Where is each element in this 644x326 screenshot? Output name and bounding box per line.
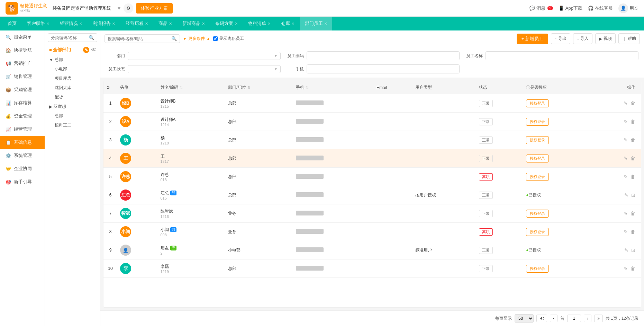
sidebar-item-operations[interactable]: 📈 经营管理 bbox=[0, 123, 45, 136]
delete-icon-1[interactable]: 🗑 bbox=[631, 100, 635, 106]
edit-icon-6[interactable]: ✎ bbox=[624, 192, 628, 198]
sidebar-item-guide[interactable]: 🎯 新手引导 bbox=[0, 175, 45, 188]
edit-icon-8[interactable]: ✎ bbox=[624, 229, 628, 235]
delete-icon-5[interactable]: 🗑 bbox=[631, 174, 635, 179]
auth-btn-1[interactable]: 授权登录 bbox=[526, 99, 549, 107]
tab-history[interactable]: 经营历程✕ bbox=[121, 17, 153, 30]
delete-icon-3[interactable]: 🗑 bbox=[631, 137, 635, 143]
online-service-btn[interactable]: 🎧 在线客服 bbox=[588, 5, 613, 11]
search-submit-icon[interactable]: 🔍 bbox=[171, 36, 177, 41]
search-input[interactable] bbox=[108, 36, 170, 41]
last-page-btn[interactable]: » bbox=[594, 315, 603, 322]
filter-empstatus-select[interactable]: ▼ bbox=[128, 65, 281, 73]
sidebar-item-basic[interactable]: 📋 基础信息 bbox=[0, 136, 45, 149]
tab-home[interactable]: 首页 bbox=[3, 17, 21, 30]
sidebar-item-search[interactable]: 🔍 搜索菜单 bbox=[0, 30, 45, 44]
delete-icon-4[interactable]: 🗑 bbox=[631, 156, 635, 161]
view-btn[interactable]: ▶ 视频 bbox=[595, 33, 616, 44]
dropdown-icon[interactable]: ▼ bbox=[117, 6, 121, 11]
copy-icon-6[interactable]: ⊡ bbox=[631, 192, 635, 198]
trial-btn[interactable]: 体验行业方案 bbox=[136, 3, 173, 14]
edit-icon-10[interactable]: ✎ bbox=[624, 266, 628, 271]
user-avatar[interactable]: 👤 用友 bbox=[618, 3, 638, 13]
tab-employees[interactable]: 部门员工✕ bbox=[300, 17, 332, 30]
edit-icon-7[interactable]: ✎ bbox=[624, 211, 628, 216]
dept-collapse-icon[interactable]: ≪ bbox=[91, 47, 96, 53]
close-barcode-icon[interactable]: ✕ bbox=[235, 21, 238, 26]
show-resigned-checkbox[interactable]: 显示离职员工 bbox=[213, 36, 244, 42]
auth-btn-10[interactable]: 授权登录 bbox=[526, 265, 549, 273]
filter-phone-input[interactable] bbox=[307, 64, 460, 73]
search-box[interactable]: 🔍 bbox=[105, 34, 180, 43]
dept-search-box[interactable]: 🔍 bbox=[48, 33, 97, 42]
auth-btn-3[interactable]: 授权登录 bbox=[526, 136, 549, 144]
auth-btn-8[interactable]: 授权登录 bbox=[526, 228, 549, 236]
more-filter-btn[interactable]: ▼ 更多条件 ▲ bbox=[183, 36, 210, 42]
tab-new-product[interactable]: 新增商品✕ bbox=[178, 17, 210, 30]
settings-icon[interactable]: ⚙ bbox=[124, 3, 133, 13]
sidebar-item-finance[interactable]: 💰 资金管理 bbox=[0, 109, 45, 123]
export-btn[interactable]: ↑ 导出 bbox=[551, 33, 570, 44]
auth-btn-2[interactable]: 授权登录 bbox=[526, 118, 549, 126]
edit-icon-1[interactable]: ✎ bbox=[624, 100, 628, 106]
delete-icon-10[interactable]: 🗑 bbox=[631, 266, 635, 271]
close-bom-icon[interactable]: ✕ bbox=[267, 21, 271, 26]
add-employee-btn[interactable]: + 新增员工 bbox=[517, 34, 548, 44]
sidebar-item-inventory[interactable]: 📊 库存核算 bbox=[0, 96, 45, 109]
col-phone[interactable]: 手机 ⇅ bbox=[293, 81, 374, 94]
auth-btn-7[interactable]: 授权登录 bbox=[526, 210, 549, 218]
prev-page-btn[interactable]: ‹ bbox=[550, 315, 557, 322]
filter-empcode-input[interactable] bbox=[307, 51, 460, 60]
dept-child-peihuo[interactable]: 配货 bbox=[48, 92, 97, 102]
import-btn[interactable]: ↓ 导入 bbox=[573, 33, 592, 44]
tab-barcode[interactable]: 条码方案✕ bbox=[210, 17, 243, 30]
dept-child-xiangmukufang[interactable]: 项目库房 bbox=[48, 74, 97, 83]
copy-icon-9[interactable]: ⊡ bbox=[631, 247, 635, 253]
dept-node-zhishu[interactable]: 植树王二 bbox=[48, 121, 97, 130]
message-btn[interactable]: 💬 消息 5 bbox=[529, 5, 553, 11]
edit-icon-3[interactable]: ✎ bbox=[624, 137, 628, 143]
auth-btn-4[interactable]: 授权登录 bbox=[526, 155, 549, 162]
sidebar-item-system[interactable]: ⚙️ 系统管理 bbox=[0, 149, 45, 162]
edit-icon-5[interactable]: ✎ bbox=[624, 174, 628, 179]
col-name-code[interactable]: 姓名/编码 ⇅ bbox=[158, 81, 226, 94]
close-new-product-icon[interactable]: ✕ bbox=[202, 21, 205, 26]
sidebar-item-sales[interactable]: 🛒 销售管理 bbox=[0, 70, 45, 83]
filter-dept-select[interactable]: ▼ bbox=[128, 52, 281, 60]
edit-icon-2[interactable]: ✎ bbox=[624, 119, 628, 124]
close-warehouse-icon[interactable]: ✕ bbox=[291, 21, 294, 26]
dept-child-xiaodianbu[interactable]: 小电部 bbox=[48, 64, 97, 74]
tab-customer[interactable]: 客户联络✕ bbox=[22, 17, 54, 30]
close-history-icon[interactable]: ✕ bbox=[145, 21, 148, 26]
tab-bom[interactable]: 物料清单✕ bbox=[243, 17, 275, 30]
delete-icon-2[interactable]: 🗑 bbox=[631, 119, 635, 124]
tab-profit[interactable]: 利润报告✕ bbox=[88, 17, 120, 30]
delete-icon-8[interactable]: 🗑 bbox=[631, 229, 635, 235]
tab-warehouse[interactable]: 仓库✕ bbox=[276, 17, 299, 30]
filter-empname-input[interactable] bbox=[486, 51, 638, 60]
sidebar-item-purchase[interactable]: 📦 采购管理 bbox=[0, 83, 45, 96]
sidebar-item-collab[interactable]: 🤝 企业协同 bbox=[0, 162, 45, 175]
dept-node-zonbu2[interactable]: 总部 bbox=[48, 111, 97, 121]
dept-child-shenyangdaku[interactable]: 沈阳大库 bbox=[48, 83, 97, 92]
help-btn[interactable]: ｜ 帮助 bbox=[618, 33, 640, 44]
close-profit-icon[interactable]: ✕ bbox=[112, 21, 115, 26]
tab-operations[interactable]: 经营情况✕ bbox=[55, 17, 87, 30]
page-size-select[interactable]: 50 20 100 bbox=[515, 314, 534, 323]
next-page-btn[interactable]: › bbox=[584, 315, 591, 322]
col-settings[interactable]: ⚙ bbox=[103, 81, 117, 94]
close-products-icon[interactable]: ✕ bbox=[169, 21, 172, 26]
sidebar-item-quicknav[interactable]: 🏠 快捷导航 bbox=[0, 44, 45, 57]
sidebar-item-marketing[interactable]: 📢 营销推广 bbox=[0, 57, 45, 70]
edit-icon-9[interactable]: ✎ bbox=[624, 247, 628, 253]
first-page-btn[interactable]: ≪ bbox=[536, 315, 547, 322]
delete-icon-7[interactable]: 🗑 bbox=[631, 211, 635, 216]
page-number-input[interactable] bbox=[567, 315, 581, 322]
edit-icon-4[interactable]: ✎ bbox=[624, 156, 628, 161]
close-employees-icon[interactable]: ✕ bbox=[324, 21, 327, 26]
dept-parent-zonbu[interactable]: ▼ 总部 bbox=[48, 55, 97, 64]
dept-parent-shuanglu[interactable]: ▶ 双鹿想 bbox=[48, 102, 97, 111]
show-resigned-input[interactable] bbox=[213, 36, 218, 41]
dept-search-input[interactable] bbox=[51, 35, 87, 40]
close-customer-icon[interactable]: ✕ bbox=[46, 21, 49, 26]
